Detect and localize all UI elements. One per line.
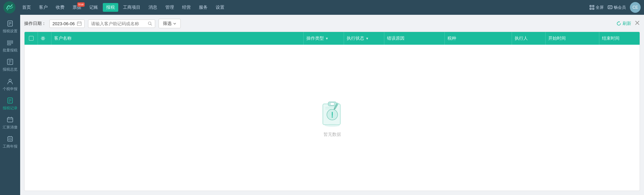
app-logo[interactable]: [3, 1, 15, 13]
batch-tax-icon: [7, 39, 13, 47]
sidebar-item-tax-overview[interactable]: 报税总览: [1, 56, 19, 74]
nav-business[interactable]: 工商项目: [120, 3, 144, 12]
date-label: 操作日期：: [24, 21, 46, 27]
th-exec-status[interactable]: 执行状态 ▼: [344, 32, 384, 45]
sidebar-item-personal-tax[interactable]: 个税申报: [1, 75, 19, 94]
refresh-icon: [616, 21, 621, 26]
nav-message[interactable]: 消息: [145, 3, 161, 12]
nav-tax[interactable]: 报税: [103, 3, 118, 12]
sidebar-settlement-label: 汇算清缴: [3, 125, 17, 129]
refresh-button[interactable]: 刷新: [616, 21, 631, 27]
svg-rect-12: [7, 41, 13, 42]
toolbar: 操作日期： 2023-06-06 筛选: [24, 19, 640, 28]
empty-illustration: [319, 98, 346, 128]
svg-rect-2: [593, 5, 594, 7]
table-header: 客户名称 操作类型 ▼ 执行状态 ▼ 错误原因 税种 执行人 开始时间 结束时间: [25, 32, 640, 45]
tax-overview-icon: [7, 58, 13, 66]
date-input[interactable]: 2023-06-06: [49, 20, 85, 28]
svg-point-0: [3, 1, 15, 13]
th-executor: 执行人: [512, 32, 546, 45]
date-value: 2023-06-06: [52, 21, 75, 26]
svg-rect-5: [608, 6, 612, 9]
nav-bookkeeping[interactable]: 记账: [86, 3, 101, 12]
svg-rect-3: [590, 8, 591, 9]
svg-rect-4: [593, 8, 594, 9]
new-badge: true: [77, 2, 85, 7]
sidebar-tax-settings-label: 报税设置: [3, 29, 17, 33]
nav-management[interactable]: 管理: [162, 3, 177, 12]
empty-state: 暂无数据: [319, 98, 346, 138]
sidebar-annual-report-label: 工商年报: [3, 144, 17, 149]
nav-items: 首页 客户 收费 票据 true 记账 报税 工商项目 消息 管理 经营 服务 …: [19, 3, 590, 12]
th-tax-type: 税种: [445, 32, 512, 45]
svg-point-42: [332, 116, 333, 118]
fullscreen-label: 全屏: [596, 5, 604, 10]
th-checkbox[interactable]: [25, 32, 38, 45]
th-operation-type[interactable]: 操作类型 ▼: [304, 32, 344, 45]
close-button[interactable]: [635, 20, 640, 27]
avatar[interactable]: CE: [630, 2, 641, 13]
search-box[interactable]: [88, 20, 155, 28]
sidebar-tax-record-label: 报税记录: [3, 106, 17, 110]
content-area: 操作日期： 2023-06-06 筛选: [20, 15, 644, 195]
tax-record-icon: [7, 97, 13, 105]
th-customer: 客户名称: [51, 32, 304, 45]
table-container: 客户名称 操作类型 ▼ 执行状态 ▼ 错误原因 税种 执行人 开始时间 结束时间: [24, 32, 640, 191]
calendar-icon: [77, 21, 82, 26]
refresh-label: 刷新: [622, 21, 631, 27]
svg-rect-1: [590, 5, 591, 7]
close-icon: [635, 20, 640, 26]
member-label: 畅会员: [614, 5, 626, 10]
nav-billing[interactable]: 收费: [52, 3, 68, 12]
search-input[interactable]: [91, 21, 146, 26]
table-body: 暂无数据: [25, 45, 640, 191]
svg-line-33: [151, 24, 152, 25]
svg-point-48: [325, 124, 340, 127]
svg-rect-24: [7, 118, 13, 122]
sidebar-item-annual-report[interactable]: 工商年报: [1, 133, 19, 151]
sort-icon: ▼: [325, 37, 329, 40]
sidebar-item-tax-settings[interactable]: 报税设置: [1, 17, 19, 36]
main-layout: 报税设置 批量报税 报税总览: [0, 15, 644, 195]
search-icon: [148, 21, 152, 26]
sidebar-tax-overview-label: 报税总览: [3, 67, 17, 72]
nav-invoice[interactable]: 票据 true: [69, 3, 85, 12]
fullscreen-btn[interactable]: 全屏: [590, 5, 604, 10]
svg-rect-13: [7, 42, 13, 43]
member-btn[interactable]: 畅会员: [608, 5, 626, 10]
svg-rect-27: [9, 139, 11, 140]
svg-rect-14: [7, 44, 11, 45]
th-settings[interactable]: [38, 32, 51, 45]
th-end-time: 结束时间: [599, 32, 640, 45]
sidebar-item-tax-record[interactable]: 报税记录: [1, 94, 19, 113]
settings-icon: [41, 36, 45, 41]
svg-rect-28: [77, 22, 81, 26]
svg-rect-26: [8, 137, 12, 141]
th-start-time: 开始时间: [546, 32, 599, 45]
right-actions: 全屏 畅会员 CE: [590, 2, 641, 13]
chevron-down-icon: [173, 22, 176, 25]
sidebar-batch-tax-label: 批量报税: [3, 48, 17, 52]
filter-button[interactable]: 筛选: [159, 19, 181, 28]
svg-rect-39: [330, 103, 334, 105]
th-error-reason: 错误原因: [384, 32, 445, 45]
annual-report-icon: [7, 135, 13, 143]
tax-settings-icon: [7, 20, 13, 28]
svg-point-19: [9, 79, 11, 81]
empty-text: 暂无数据: [324, 131, 341, 138]
nav-operations[interactable]: 经营: [179, 3, 194, 12]
personal-tax-icon: [7, 78, 13, 86]
sidebar-item-batch-tax[interactable]: 批量报税: [1, 37, 19, 55]
top-navigation: 首页 客户 收费 票据 true 记账 报税 工商项目 消息 管理 经营 服务 …: [0, 0, 644, 15]
settlement-icon: [7, 116, 13, 124]
svg-point-36: [42, 38, 44, 39]
nav-service[interactable]: 服务: [196, 3, 211, 12]
sidebar-item-settlement[interactable]: 汇算清缴: [1, 114, 19, 132]
filter-label: 筛选: [163, 21, 172, 27]
nav-customer[interactable]: 客户: [36, 3, 51, 12]
nav-settings[interactable]: 设置: [212, 3, 228, 12]
nav-home[interactable]: 首页: [19, 3, 34, 12]
sidebar-personal-tax-label: 个税申报: [3, 87, 17, 91]
select-all-checkbox[interactable]: [29, 36, 34, 41]
sort-icon-2: ▼: [366, 37, 369, 40]
